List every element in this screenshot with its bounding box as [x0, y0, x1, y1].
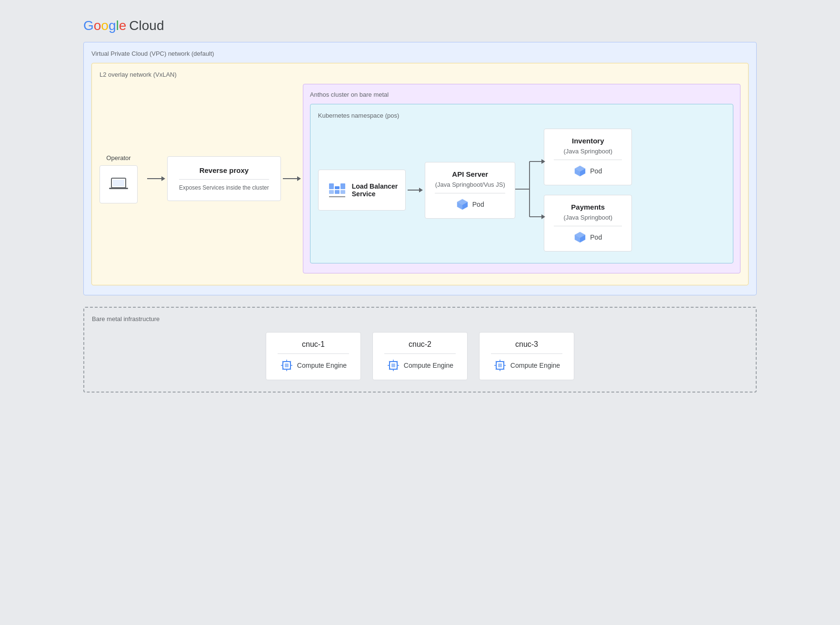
- svg-rect-4: [329, 190, 334, 194]
- node-2-title: cnuc-2: [384, 340, 456, 349]
- logo-g: G: [83, 18, 94, 33]
- svg-rect-5: [335, 186, 340, 189]
- reverse-proxy-box: Reverse proxy Exposes Services inside th…: [167, 156, 281, 201]
- payments-subtitle: (Java Springboot): [554, 214, 622, 221]
- reverse-proxy-desc: Exposes Services inside the cluster: [179, 184, 269, 191]
- proxy-to-lb-arrow: [283, 176, 301, 181]
- compute-engine-icon-3: [493, 359, 507, 372]
- k8s-box: Kubernetes namespace (pos): [310, 104, 733, 263]
- svg-rect-30: [285, 363, 289, 367]
- svg-rect-2: [109, 188, 128, 189]
- load-balancer-box: Load Balancer Service: [318, 170, 406, 211]
- logo-cloud: Cloud: [129, 18, 164, 33]
- logo-o2: o: [101, 18, 109, 33]
- logo-o1: o: [94, 18, 101, 33]
- svg-rect-1: [113, 180, 124, 186]
- inventory-title: Inventory: [554, 137, 622, 145]
- svg-rect-6: [335, 190, 340, 194]
- node-1-title: cnuc-1: [278, 340, 349, 349]
- api-server-pod-label: Pod: [472, 201, 484, 208]
- svg-rect-40: [391, 363, 395, 367]
- bare-metal-section: Bare metal infrastructure cnuc-1: [83, 307, 757, 393]
- logo-e: e: [119, 18, 127, 33]
- payments-title: Payments: [554, 203, 622, 211]
- inventory-pod-area: Pod: [554, 165, 622, 177]
- l2-box: L2 overlay network (VxLAN) Operator: [91, 63, 749, 285]
- compute-engine-icon-1: [280, 359, 293, 372]
- anthos-box: Anthos cluster on bare metal Kubernetes …: [303, 84, 740, 273]
- bare-metal-box: Bare metal infrastructure cnuc-1: [83, 307, 757, 393]
- main-diagram: Virtual Private Cloud (VPC) network (def…: [83, 42, 757, 295]
- payments-pod-label: Pod: [590, 233, 602, 241]
- bare-metal-label: Bare metal infrastructure: [92, 315, 748, 323]
- load-balancer-icon: [326, 180, 347, 201]
- operator-section: Operator: [100, 154, 138, 203]
- node-1-engine-area: Compute Engine: [278, 359, 349, 372]
- node-box-1: cnuc-1: [266, 332, 361, 380]
- lb-line1: Load Balancer: [352, 182, 398, 190]
- node-box-3: cnuc-3: [479, 332, 574, 380]
- inventory-box: Inventory (Java Springboot): [544, 129, 632, 185]
- logo-g2: g: [109, 18, 116, 33]
- payments-pod-cube-icon: [574, 231, 586, 243]
- lb-to-api-arrow: [408, 188, 423, 192]
- api-server-subtitle: (Java Springboot/Vus JS): [435, 181, 505, 188]
- lb-line2: Service: [352, 190, 398, 198]
- node-3-engine-area: Compute Engine: [491, 359, 562, 372]
- operator-label: Operator: [106, 154, 130, 161]
- node-2-engine-label: Compute Engine: [404, 362, 453, 369]
- laptop-icon: [109, 176, 128, 192]
- google-cloud-logo: Google Cloud: [83, 18, 164, 33]
- k8s-label: Kubernetes namespace (pos): [318, 112, 725, 119]
- branch-arrows-container: [515, 146, 544, 234]
- payments-box: Payments (Java Springboot): [544, 195, 632, 252]
- nodes-row: cnuc-1: [92, 332, 748, 380]
- branch-arrows-svg: [515, 146, 544, 232]
- node-2-engine-area: Compute Engine: [384, 359, 456, 372]
- l2-label: L2 overlay network (VxLAN): [100, 71, 740, 78]
- operator-to-proxy-arrow: [147, 176, 165, 181]
- api-server-title: API Server: [435, 170, 505, 178]
- svg-rect-7: [340, 183, 345, 189]
- logo-area: Google Cloud: [0, 10, 840, 42]
- api-server-pod-area: Pod: [435, 198, 505, 211]
- anthos-label: Anthos cluster on bare metal: [310, 91, 733, 98]
- pods-column: Inventory (Java Springboot): [544, 129, 632, 252]
- payments-pod-area: Pod: [554, 231, 622, 243]
- svg-rect-8: [340, 190, 345, 194]
- node-box-2: cnuc-2: [372, 332, 468, 380]
- api-server-box: API Server (Java Springboot/Vus JS): [425, 162, 515, 219]
- node-1-engine-label: Compute Engine: [297, 362, 347, 369]
- node-3-engine-label: Compute Engine: [510, 362, 560, 369]
- node-3-title: cnuc-3: [491, 340, 562, 349]
- svg-rect-3: [329, 183, 334, 189]
- inventory-pod-cube-icon: [574, 165, 586, 177]
- vpc-label: Virtual Private Cloud (VPC) network (def…: [91, 50, 749, 57]
- vpc-box: Virtual Private Cloud (VPC) network (def…: [83, 42, 757, 295]
- svg-rect-50: [498, 363, 502, 367]
- compute-engine-icon-2: [387, 359, 400, 372]
- reverse-proxy-title: Reverse proxy: [179, 166, 269, 174]
- inventory-subtitle: (Java Springboot): [554, 148, 622, 155]
- api-pod-cube-icon: [456, 198, 469, 211]
- inventory-pod-label: Pod: [590, 167, 602, 175]
- operator-box: [100, 165, 138, 203]
